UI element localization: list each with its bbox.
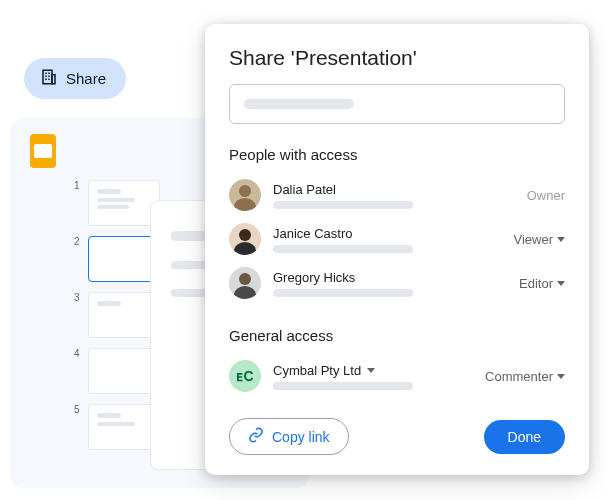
general-access-title: General access <box>229 327 565 344</box>
person-email-bar <box>273 201 413 209</box>
org-row: ᴇC Cymbal Pty Ltd Commenter <box>229 354 565 398</box>
slides-logo-icon <box>30 134 56 168</box>
role-dropdown[interactable]: Commenter <box>485 369 565 384</box>
share-chip-label: Share <box>66 70 106 87</box>
add-people-input[interactable] <box>229 84 565 124</box>
avatar <box>229 223 261 255</box>
thumb-num: 3 <box>74 292 82 303</box>
org-avatar: ᴇC <box>229 360 261 392</box>
person-row: Janice Castro Viewer <box>229 217 565 261</box>
person-name: Dalia Patel <box>273 182 515 197</box>
org-scope-dropdown[interactable]: Cymbal Pty Ltd <box>273 363 473 378</box>
chevron-down-icon <box>557 374 565 379</box>
role-owner: Owner <box>527 188 565 203</box>
svg-point-15 <box>239 273 251 285</box>
svg-point-12 <box>239 229 251 241</box>
slide-thumbnails: 1 2 3 4 5 <box>74 180 160 476</box>
person-row: Gregory Hicks Editor <box>229 261 565 305</box>
role-dropdown[interactable]: Viewer <box>513 232 565 247</box>
role-label: Editor <box>519 276 553 291</box>
org-badge: ᴇC <box>236 368 253 384</box>
role-label: Viewer <box>513 232 553 247</box>
thumb-row[interactable]: 5 <box>74 404 160 450</box>
thumb-num: 1 <box>74 180 82 191</box>
modal-footer: Copy link Done <box>229 418 565 455</box>
person-email-bar <box>273 245 413 253</box>
org-sub-bar <box>273 382 413 390</box>
thumb-num: 5 <box>74 404 82 415</box>
share-chip[interactable]: Share <box>24 58 126 99</box>
copy-link-label: Copy link <box>272 429 330 445</box>
avatar <box>229 179 261 211</box>
person-name: Janice Castro <box>273 226 501 241</box>
input-placeholder-bar <box>244 99 354 109</box>
svg-rect-0 <box>43 70 52 84</box>
people-with-access-title: People with access <box>229 146 565 163</box>
svg-rect-7 <box>52 75 55 84</box>
chevron-down-icon <box>367 368 375 373</box>
copy-link-button[interactable]: Copy link <box>229 418 349 455</box>
person-row: Dalia Patel Owner <box>229 173 565 217</box>
thumb-num: 4 <box>74 348 82 359</box>
role-dropdown[interactable]: Editor <box>519 276 565 291</box>
person-email-bar <box>273 289 413 297</box>
thumb-row[interactable]: 1 <box>74 180 160 226</box>
thumb-num: 2 <box>74 236 82 247</box>
org-name-label: Cymbal Pty Ltd <box>273 363 361 378</box>
person-name: Gregory Hicks <box>273 270 507 285</box>
chevron-down-icon <box>557 281 565 286</box>
share-modal: Share 'Presentation' People with access … <box>205 24 589 475</box>
thumb-row[interactable]: 2 <box>74 236 160 282</box>
thumb-row[interactable]: 4 <box>74 348 160 394</box>
link-icon <box>248 427 264 446</box>
done-button[interactable]: Done <box>484 420 565 454</box>
chevron-down-icon <box>557 237 565 242</box>
role-label: Commenter <box>485 369 553 384</box>
avatar <box>229 267 261 299</box>
building-icon <box>40 68 58 89</box>
done-label: Done <box>508 429 541 445</box>
thumb-row[interactable]: 3 <box>74 292 160 338</box>
svg-point-9 <box>239 185 251 197</box>
modal-title: Share 'Presentation' <box>229 46 565 70</box>
